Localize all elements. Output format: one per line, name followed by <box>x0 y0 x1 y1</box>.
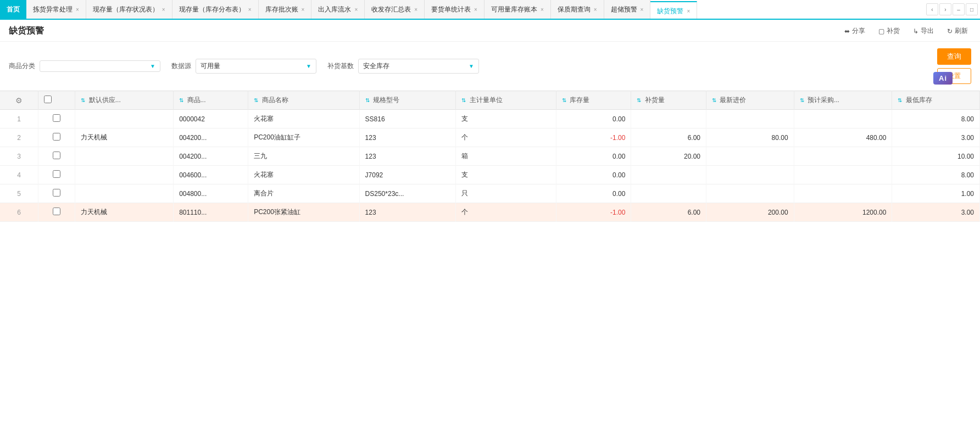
datasource-select[interactable]: 可用量 ▼ <box>196 59 316 74</box>
datasource-filter: 数据源 可用量 ▼ <box>171 59 316 74</box>
row-checkbox[interactable] <box>53 208 60 215</box>
cell-row-num: 2 <box>0 128 38 147</box>
query-button[interactable]: 查询 <box>937 48 971 65</box>
tab-close-icon[interactable]: × <box>354 7 358 13</box>
cell-checkbox[interactable] <box>38 203 75 222</box>
tab-label: 出入库流水 <box>318 5 351 14</box>
cell-row-num: 4 <box>0 166 38 184</box>
cell-stock: -1.00 <box>556 128 631 147</box>
column-latest-price[interactable]: ⇅ 最新进价 <box>706 91 794 110</box>
tab-nav-buttons: ‹ › – □ <box>926 3 980 15</box>
table-container: ⚙ ⇅ 默认供应... ⇅ 商品... ⇅ 商品名称 <box>0 91 980 222</box>
tab-label: 要货单统计表 <box>431 5 471 14</box>
category-filter: 商品分类 ▼ <box>9 60 160 72</box>
tab-next-button[interactable]: › <box>939 3 951 15</box>
cell-latest-price <box>706 184 794 203</box>
table-body: 10000042火花塞SS816支0.008.002力天机械004200...P… <box>0 110 980 222</box>
cell-spec: SS816 <box>359 110 456 128</box>
tab-close-icon[interactable]: × <box>641 7 644 13</box>
export-button[interactable]: ↳ 导出 <box>910 25 937 37</box>
cell-checkbox[interactable] <box>38 110 75 128</box>
tab-item-ccyj[interactable]: 超储预警× <box>604 0 651 19</box>
tab-label: 库存批次账 <box>265 5 298 14</box>
row-checkbox[interactable] <box>53 152 60 159</box>
tab-close-icon[interactable]: × <box>541 7 544 13</box>
row-checkbox[interactable] <box>53 114 60 122</box>
tab-item-kykc[interactable]: 可用量库存账本× <box>485 0 551 19</box>
tab-item-shzl[interactable]: 收发存汇总表× <box>365 0 425 19</box>
category-chevron-icon: ▼ <box>150 63 155 69</box>
tab-item-ycycl[interactable]: 拣货异常处理× <box>26 0 86 19</box>
tab-label: 收发存汇总表 <box>371 5 411 14</box>
tab-prev-button[interactable]: ‹ <box>926 3 938 15</box>
tab-minimize-button[interactable]: – <box>953 3 965 15</box>
row-checkbox[interactable] <box>53 170 60 178</box>
tab-close-icon[interactable]: × <box>162 7 165 13</box>
tab-bar: 首页拣货异常处理×现存量（库存状况表）×现存量（库存分布表）×库存批次账×出入库… <box>0 0 980 20</box>
tab-close-icon[interactable]: × <box>414 7 417 13</box>
column-replenish[interactable]: ⇅ 补货量 <box>631 91 706 110</box>
table-row: 10000042火花塞SS816支0.008.00 <box>0 110 980 128</box>
tab-label: 超储预警 <box>611 5 637 14</box>
cell-name: 火花塞 <box>248 110 359 128</box>
column-est-purchase[interactable]: ⇅ 预计采购... <box>794 91 892 110</box>
tab-item-kccz[interactable]: 库存批次账× <box>259 0 312 19</box>
cell-code: 004600... <box>174 166 248 184</box>
tab-close-icon[interactable]: × <box>302 7 305 13</box>
tab-item-xzcl[interactable]: 现存量（库存状况表）× <box>86 0 172 19</box>
cell-checkbox[interactable] <box>38 128 75 147</box>
column-spec[interactable]: ⇅ 规格型号 <box>359 91 456 110</box>
row-checkbox[interactable] <box>53 133 60 141</box>
sort-icon: ⇅ <box>637 97 641 103</box>
cell-checkbox[interactable] <box>38 166 75 184</box>
cell-spec: DS250*23c... <box>359 184 456 203</box>
tab-close-icon[interactable]: × <box>594 7 597 13</box>
cell-checkbox[interactable] <box>38 147 75 166</box>
tab-item-qhyj[interactable]: 缺货预警× <box>650 1 697 19</box>
column-stock[interactable]: ⇅ 库存量 <box>556 91 631 110</box>
replenish-button[interactable]: ▢ 补货 <box>875 25 903 37</box>
replenish-base-label: 补货基数 <box>327 61 354 71</box>
column-name[interactable]: ⇅ 商品名称 <box>248 91 359 110</box>
tab-maximize-button[interactable]: □ <box>966 3 978 15</box>
category-select[interactable]: ▼ <box>40 60 160 72</box>
cell-checkbox[interactable] <box>38 184 75 203</box>
category-label: 商品分类 <box>9 61 35 71</box>
cell-spec: 123 <box>359 128 456 147</box>
cell-replenish: 6.00 <box>631 203 706 222</box>
cell-row-num: 1 <box>0 110 38 128</box>
tab-item-ygjl[interactable]: 要货单统计表× <box>425 0 485 19</box>
select-all-checkbox[interactable] <box>44 96 52 103</box>
tab-close-icon[interactable]: × <box>474 7 477 13</box>
replenish-base-select[interactable]: 安全库存 ▼ <box>358 59 479 74</box>
ai-badge[interactable]: Ai <box>933 72 953 85</box>
tab-item-xzcl2[interactable]: 现存量（库存分布表）× <box>172 0 259 19</box>
cell-unit: 个 <box>456 203 556 222</box>
cell-stock: 0.00 <box>556 184 631 203</box>
tab-item-ckll[interactable]: 出入库流水× <box>311 0 365 19</box>
tab-item-bqqx[interactable]: 保质期查询× <box>551 0 604 19</box>
tab-item-home[interactable]: 首页 <box>0 0 26 19</box>
column-gear[interactable]: ⚙ <box>0 91 38 110</box>
column-min-stock[interactable]: ⇅ 最低库存 <box>892 91 980 110</box>
cell-unit: 只 <box>456 184 556 203</box>
cell-latest-price <box>706 147 794 166</box>
column-supplier[interactable]: ⇅ 默认供应... <box>75 91 174 110</box>
datasource-chevron-icon: ▼ <box>306 63 311 69</box>
row-checkbox[interactable] <box>53 189 60 197</box>
cell-code: 004800... <box>174 184 248 203</box>
cell-stock: 0.00 <box>556 110 631 128</box>
tab-close-icon[interactable]: × <box>76 7 79 13</box>
share-button[interactable]: ⬌ 分享 <box>841 25 868 37</box>
refresh-button[interactable]: ↻ 刷新 <box>944 25 971 37</box>
share-icon: ⬌ <box>844 27 850 35</box>
tab-label: 拣货异常处理 <box>33 5 73 14</box>
gear-icon[interactable]: ⚙ <box>15 96 24 105</box>
cell-replenish <box>631 166 706 184</box>
column-code[interactable]: ⇅ 商品... <box>174 91 248 110</box>
tab-close-icon[interactable]: × <box>248 7 252 13</box>
data-table: ⚙ ⇅ 默认供应... ⇅ 商品... ⇅ 商品名称 <box>0 91 980 222</box>
column-unit[interactable]: ⇅ 主计量单位 <box>456 91 556 110</box>
tab-close-icon[interactable]: × <box>687 8 690 14</box>
sort-icon: ⇅ <box>81 97 85 103</box>
